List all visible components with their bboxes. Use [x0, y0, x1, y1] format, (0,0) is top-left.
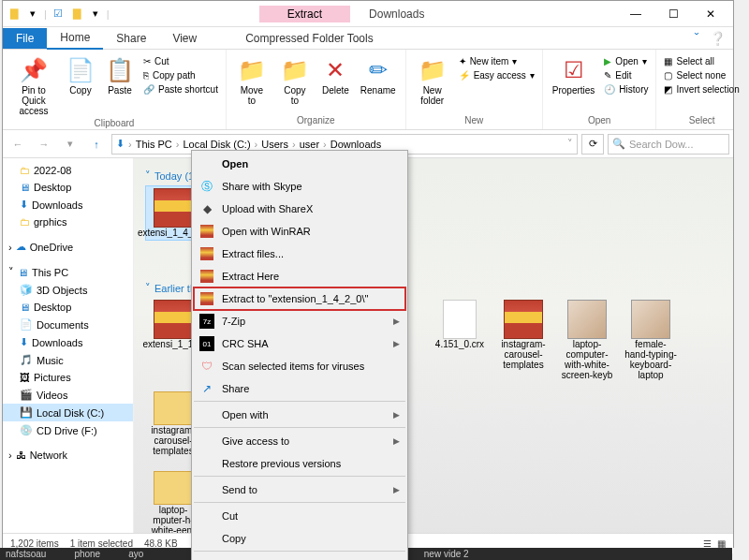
nav-item[interactable]: 🖥Desktop [3, 299, 133, 316]
qat-dropdown-icon[interactable]: ▾ [25, 7, 40, 22]
crumb-pc[interactable]: This PC [136, 139, 172, 150]
nav-item[interactable]: 🗀grphics [3, 214, 133, 230]
recent-button[interactable]: ▾ [59, 133, 81, 155]
desktop-icon: 🖥 [20, 302, 30, 313]
paste-shortcut-button[interactable]: 🔗Paste shortcut [141, 83, 220, 96]
open-button[interactable]: ▶Open ▾ [602, 55, 650, 67]
nav-network[interactable]: › 🖧Network [3, 447, 133, 464]
qat-dropdown-icon[interactable]: ▾ [88, 7, 103, 22]
nav-item[interactable]: 🗀2022-08 [3, 162, 133, 179]
copy-to-button[interactable]: 📁Copy to [275, 55, 315, 108]
ctx-extract-files[interactable]: Extract files... [194, 243, 405, 265]
compressed-tools-tab[interactable]: Compressed Folder Tools [234, 28, 385, 49]
rename-button[interactable]: ✏Rename [357, 55, 400, 97]
new-folder-button[interactable]: 📁New folder [412, 55, 453, 108]
ctx-shortcut[interactable]: Create shortcut [194, 553, 405, 560]
ctx-winrar[interactable]: Open with WinRAR [194, 220, 405, 243]
move-to-button[interactable]: 📁Move to [232, 55, 272, 108]
select-all-button[interactable]: ▦Select all [662, 55, 741, 67]
file-item[interactable]: instagram-carousel-templates [495, 298, 551, 382]
ctx-open-with[interactable]: Open with▶ [194, 404, 405, 428]
chevron-right-icon: ▶ [393, 410, 400, 420]
ctx-crc[interactable]: 01CRC SHA▶ [194, 332, 405, 355]
view-tab[interactable]: View [159, 28, 210, 49]
ctx-scan[interactable]: 🛡Scan selected items for viruses [194, 355, 405, 377]
crumb-downloads[interactable]: Downloads [330, 139, 381, 150]
back-button[interactable]: ← [7, 133, 29, 155]
history-button[interactable]: 🕘History [602, 83, 650, 96]
taskbar-item[interactable]: new vide 2 [424, 549, 469, 559]
properties-button[interactable]: ☑Properties [549, 55, 599, 97]
ctx-extract-to[interactable]: Extract to "extension_1_4_2_0\" [194, 287, 405, 310]
ctx-send-to[interactable]: Send to▶ [194, 479, 405, 503]
crumb-user[interactable]: user [300, 139, 319, 150]
help-icon[interactable]: ˇ ❔ [695, 31, 726, 46]
ctx-skype[interactable]: ⓈShare with Skype [194, 175, 405, 198]
minimize-button[interactable]: — [617, 2, 654, 26]
extract-context-tab[interactable]: Extract [259, 6, 350, 22]
skype-icon: Ⓢ [199, 179, 214, 194]
home-tab[interactable]: Home [47, 27, 103, 50]
ctx-copy[interactable]: Copy [194, 527, 405, 552]
maximize-button[interactable]: ☐ [654, 2, 692, 26]
open-icon: ▶ [604, 56, 611, 66]
taskbar-item[interactable]: ayo [128, 549, 143, 559]
select-none-button[interactable]: ▢Select none [662, 69, 741, 81]
ctx-sharex[interactable]: ◆Upload with ShareX [194, 198, 405, 220]
taskbar-item[interactable]: phone [74, 549, 100, 559]
search-input[interactable]: 🔍Search Dow... [608, 134, 729, 155]
file-tab[interactable]: File [3, 28, 47, 49]
copy-button[interactable]: 📄Copy [63, 55, 98, 97]
nav-item[interactable]: ⬇Downloads [3, 196, 133, 214]
organize-group: 📁Move to 📁Copy to ✕Delete ✏Rename Organi… [227, 50, 406, 129]
nav-item-local-disk[interactable]: 💾Local Disk (C:) [3, 404, 133, 421]
cloud-icon: ☁ [16, 241, 26, 253]
folder-icon: ▇ [7, 7, 22, 22]
new-item-button[interactable]: ✦New item ▾ [457, 55, 536, 67]
share-tab[interactable]: Share [103, 28, 159, 49]
ctx-cut[interactable]: Cut [194, 505, 405, 527]
cut-button[interactable]: ✂Cut [141, 55, 220, 67]
select-group: ▦Select all ▢Select none ◩Invert selecti… [656, 50, 746, 129]
nav-item[interactable]: 💿CD Drive (F:) [3, 421, 133, 439]
ctx-restore[interactable]: Restore previous versions [194, 452, 405, 477]
edit-button[interactable]: ✎Edit [602, 69, 650, 81]
nav-item[interactable]: 🎬Videos [3, 386, 133, 404]
forward-button[interactable]: → [33, 133, 55, 155]
quick-access-toolbar: ▇ ▾ | ☑ ▇ ▾ | [7, 7, 110, 22]
nav-item[interactable]: 🧊3D Objects [3, 281, 133, 299]
nav-item[interactable]: 🖥Desktop [3, 179, 133, 196]
paste-button[interactable]: 📋Paste [102, 55, 138, 97]
nav-item[interactable]: 📄Documents [3, 316, 133, 333]
nav-this-pc[interactable]: ˅ 🖥This PC [3, 263, 133, 281]
qat-check-icon[interactable]: ☑ [51, 7, 66, 22]
nav-item[interactable]: ⬇Downloads [3, 333, 133, 351]
select-none-icon: ▢ [664, 70, 672, 81]
close-button[interactable]: ✕ [692, 2, 729, 26]
invert-selection-button[interactable]: ◩Invert selection [662, 83, 741, 96]
ctx-give-access[interactable]: Give access to▶ [194, 430, 405, 452]
taskbar-item[interactable]: nafstsoau [6, 549, 46, 559]
delete-button[interactable]: ✕Delete [318, 55, 353, 97]
up-button[interactable]: ↑ [85, 133, 108, 155]
ctx-open[interactable]: Open [194, 153, 405, 175]
file-item[interactable]: female-hand-typing-keyboard-laptop [623, 298, 679, 382]
nav-onedrive[interactable]: › ☁OneDrive [3, 238, 133, 256]
easy-access-button[interactable]: ⚡Easy access ▾ [457, 69, 536, 81]
refresh-button[interactable]: ⟳ [581, 134, 604, 155]
videos-icon: 🎬 [20, 389, 33, 401]
ctx-extract-here[interactable]: Extract Here [194, 265, 405, 287]
crumb-disk[interactable]: Local Disk (C:) [183, 139, 250, 150]
file-item[interactable]: 4.151_0.crx [432, 298, 488, 382]
nav-item[interactable]: 🎵Music [3, 351, 133, 369]
crumb-users[interactable]: Users [261, 139, 288, 150]
ctx-7zip[interactable]: 7z7-Zip▶ [194, 310, 405, 332]
window-controls: — ☐ ✕ [617, 2, 729, 26]
ctx-share[interactable]: ↗Share [194, 377, 405, 402]
nav-item[interactable]: 🖼Pictures [3, 369, 133, 386]
pin-button[interactable]: 📌Pin to Quick access [8, 55, 59, 118]
access-icon: ⚡ [459, 70, 470, 81]
copy-path-button[interactable]: ⎘Copy path [141, 69, 220, 81]
chevron-right-icon: ▶ [393, 485, 400, 494]
file-item[interactable]: laptop-computer-with-white-screen-keyb [559, 298, 615, 382]
